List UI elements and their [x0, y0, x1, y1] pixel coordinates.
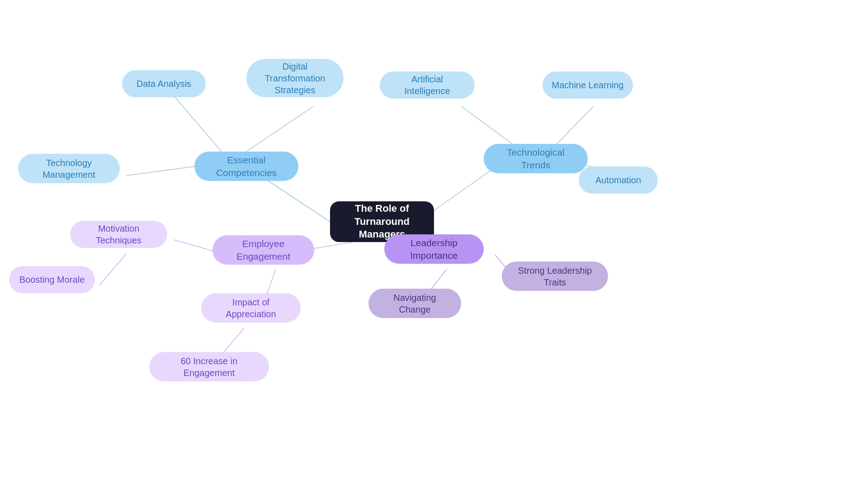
svg-line-10	[99, 253, 127, 285]
employee-engagement-node[interactable]: Employee Engagement	[212, 235, 314, 265]
svg-line-5	[461, 106, 520, 149]
technological-trends-node[interactable]: Technological Trends	[484, 144, 588, 173]
leadership-importance-node[interactable]: Leadership Importance	[384, 234, 484, 264]
svg-line-6	[552, 106, 594, 149]
machine-learning-node[interactable]: Machine Learning	[542, 71, 633, 99]
boosting-morale-node[interactable]: Boosting Morale	[9, 266, 95, 293]
digital-transformation-node[interactable]: Digital Transformation Strategies	[246, 59, 344, 97]
strong-leadership-node[interactable]: Strong Leadership Traits	[502, 262, 608, 291]
svg-line-1	[173, 95, 222, 152]
essential-competencies-node[interactable]: Essential Competencies	[194, 152, 298, 181]
artificial-intelligence-node[interactable]: Artificial Intelligence	[380, 71, 475, 99]
impact-of-appreciation-node[interactable]: Impact of Appreciation	[201, 293, 301, 323]
svg-line-2	[246, 106, 313, 152]
technology-management-node[interactable]: Technology Management	[18, 154, 120, 183]
navigating-change-node[interactable]: Navigating Change	[368, 289, 461, 318]
svg-line-4	[434, 164, 500, 210]
increase-engagement-node[interactable]: 60 Increase in Engagement	[149, 352, 269, 381]
data-analysis-node[interactable]: Data Analysis	[122, 70, 206, 97]
motivation-techniques-node[interactable]: Motivation Techniques	[70, 221, 167, 248]
svg-line-3	[127, 167, 194, 176]
automation-node[interactable]: Automation	[579, 167, 658, 194]
